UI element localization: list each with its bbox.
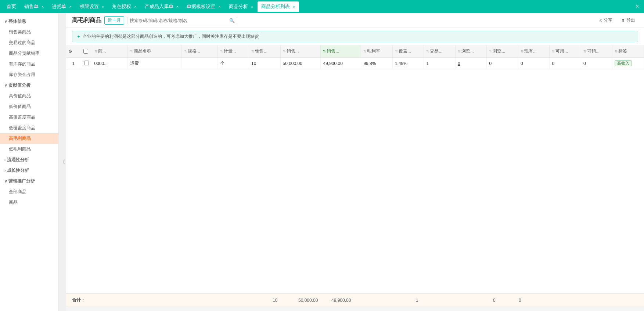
nav-analysis[interactable]: 商品分析 × bbox=[225, 1, 257, 12]
sidebar-item-low-margin[interactable]: 低毛利商品 bbox=[0, 144, 58, 155]
nav-role-close[interactable]: × bbox=[134, 4, 136, 9]
nav-production[interactable]: 产成品入库单 × bbox=[141, 1, 182, 12]
cell-browse1[interactable]: 0 bbox=[455, 58, 487, 69]
table-wrapper[interactable]: ⚙ ⇅ 商... ⇅ bbox=[66, 45, 644, 293]
table-row: 1 0000... 运费 个 10 50,000.00 49,900.00 99… bbox=[66, 58, 644, 69]
col-current[interactable]: ⇅ 现有... bbox=[518, 45, 550, 58]
col-code[interactable]: ⇅ 商... bbox=[92, 45, 128, 58]
cell-trade: 1 bbox=[424, 58, 456, 69]
horizontal-scrollbar[interactable] bbox=[66, 307, 644, 311]
sidebar-item-traded-goods[interactable]: 交易过的商品 bbox=[0, 37, 58, 48]
row-checkbox[interactable] bbox=[84, 61, 89, 65]
sidebar-item-contrib-rate[interactable]: 商品分贡献销率 bbox=[0, 48, 58, 59]
col-sales-amount[interactable]: ⇅ 销售... bbox=[280, 45, 321, 58]
sidebar-group-overall[interactable]: ∨ 整体信息 bbox=[0, 16, 58, 27]
marketing-group-label: 营销推广分析 bbox=[8, 178, 35, 184]
growth-group-label: 成长性分析 bbox=[7, 167, 29, 174]
cell-code: 0000... bbox=[92, 58, 128, 69]
row-num: 1 bbox=[66, 58, 81, 69]
cell-saleable: 0 bbox=[581, 58, 612, 69]
tag-badge: 高收入 bbox=[615, 60, 632, 66]
sidebar-item-all-goods[interactable]: 全部商品 bbox=[0, 187, 58, 197]
col-sales-cost[interactable]: ⇅ 销售... bbox=[321, 45, 361, 58]
share-button[interactable]: ⎋ 分享 bbox=[597, 16, 615, 25]
growth-arrow: › bbox=[4, 169, 6, 173]
col-tag[interactable]: ⇅ 标签 bbox=[612, 45, 644, 58]
collapse-icon: 《 bbox=[60, 159, 65, 166]
col-name[interactable]: ⇅ 商品名称 bbox=[128, 45, 182, 58]
nav-template-close[interactable]: × bbox=[218, 4, 220, 9]
nav-permission[interactable]: 权限设置 × bbox=[76, 1, 108, 12]
nav-analysis-close[interactable]: × bbox=[251, 4, 253, 9]
nav-sales-close[interactable]: × bbox=[42, 4, 44, 9]
sidebar-item-low-coverage[interactable]: 低覆盖度商品 bbox=[0, 123, 58, 133]
sidebar-group-marketing[interactable]: ∨ 营销推广分析 bbox=[0, 176, 58, 187]
cell-unit: 个 bbox=[217, 58, 249, 69]
overall-arrow: ∨ bbox=[4, 19, 7, 23]
total-label: 合计： bbox=[72, 297, 116, 303]
sidebar-item-high-value[interactable]: 高价值商品 bbox=[0, 91, 58, 101]
info-banner: ✦ 企业的主要的利润都是这部分商品创造的，可考虑加大推广，同时关注库存是不要出现… bbox=[72, 31, 638, 42]
footer-current: 0 bbox=[491, 298, 517, 303]
export-label: 导出 bbox=[626, 17, 635, 23]
nav-home[interactable]: 首页 bbox=[3, 1, 20, 12]
sidebar-item-high-coverage[interactable]: 高覆盖度商品 bbox=[0, 112, 58, 123]
filter-month-button[interactable]: 近一月 bbox=[104, 16, 124, 25]
cell-current: 0 bbox=[518, 58, 550, 69]
sidebar-item-new-goods[interactable]: 新品 bbox=[0, 197, 58, 208]
col-trade[interactable]: ⇅ 交易... bbox=[424, 45, 456, 58]
search-input[interactable] bbox=[130, 18, 228, 23]
cell-coverage: 1.49% bbox=[392, 58, 424, 69]
cell-sales-amount: 50,000.00 bbox=[280, 58, 321, 69]
sidebar-group-liquidity[interactable]: › 流通性分析 bbox=[0, 155, 58, 165]
cell-spec bbox=[181, 58, 217, 69]
sidebar-group-contribution[interactable]: ∨ 贡献值分析 bbox=[0, 80, 58, 91]
search-icon[interactable]: 🔍 bbox=[229, 18, 235, 23]
sidebar-item-sales-goods[interactable]: 销售类商品 bbox=[0, 27, 58, 37]
col-gross-rate[interactable]: ⇅ 毛利率 bbox=[361, 45, 393, 58]
col-coverage[interactable]: ⇅ 覆盖... bbox=[392, 45, 424, 58]
nav-production-close[interactable]: × bbox=[176, 4, 179, 9]
nav-purchase[interactable]: 进货单 × bbox=[48, 1, 75, 12]
select-all-checkbox[interactable] bbox=[83, 49, 88, 54]
data-table: ⚙ ⇅ 商... ⇅ bbox=[66, 45, 644, 69]
overall-group-label: 整体信息 bbox=[8, 18, 26, 25]
row-checkbox-cell bbox=[81, 58, 92, 69]
col-unit[interactable]: ⇅ 计量... bbox=[217, 45, 249, 58]
sidebar-collapse-button[interactable]: 《 bbox=[59, 13, 66, 311]
sidebar-item-high-margin[interactable]: 高毛利商品 bbox=[0, 133, 58, 144]
nav-role[interactable]: 角色授权 × bbox=[108, 1, 140, 12]
sidebar-item-in-stock[interactable]: 有库存的商品 bbox=[0, 59, 58, 69]
col-spec[interactable]: ⇅ 规格... bbox=[181, 45, 217, 58]
sidebar-item-stock-capital[interactable]: 库存资金占用 bbox=[0, 69, 58, 80]
col-saleable[interactable]: ⇅ 可销... bbox=[581, 45, 612, 58]
contribution-group-label: 贡献值分析 bbox=[8, 82, 30, 88]
sidebar-group-growth[interactable]: › 成长性分析 bbox=[0, 165, 58, 176]
footer-trade: 1 bbox=[414, 298, 439, 303]
cell-available: 0 bbox=[550, 58, 581, 69]
col-browse1[interactable]: ⇅ 浏览... bbox=[455, 45, 487, 58]
export-icon: ⬆ bbox=[621, 18, 625, 23]
col-code-sort: ⇅ bbox=[94, 49, 97, 53]
search-box: 🔍 bbox=[127, 17, 237, 24]
top-nav: 首页 销售单 × 进货单 × 权限设置 × 角色授权 × 产成品入库单 × 单据… bbox=[0, 0, 644, 13]
col-available[interactable]: ⇅ 可用... bbox=[550, 45, 581, 58]
cell-gross-rate: 99.8% bbox=[361, 58, 393, 69]
nav-permission-close[interactable]: × bbox=[102, 4, 104, 9]
footer-sales-qty: 10 bbox=[270, 298, 296, 303]
col-sales-qty[interactable]: ⇅ 销售... bbox=[249, 45, 281, 58]
col-browse2[interactable]: ⇅ 浏览... bbox=[487, 45, 518, 58]
nav-analysis-list[interactable]: 商品分析列表 × bbox=[258, 1, 299, 12]
settings-icon[interactable]: ⚙ bbox=[68, 49, 72, 54]
nav-purchase-close[interactable]: × bbox=[69, 4, 71, 9]
nav-sales[interactable]: 销售单 × bbox=[21, 1, 47, 12]
nav-template[interactable]: 单据模板设置 × bbox=[183, 1, 224, 12]
contribution-arrow: ∨ bbox=[4, 83, 7, 87]
share-label: 分享 bbox=[604, 17, 612, 23]
nav-analysis-list-close[interactable]: × bbox=[293, 4, 295, 9]
export-button[interactable]: ⬆ 导出 bbox=[618, 16, 638, 25]
share-icon: ⎋ bbox=[600, 18, 602, 23]
global-close-button[interactable]: × bbox=[633, 3, 641, 10]
footer-available: 0 bbox=[517, 298, 542, 303]
sidebar-item-low-value[interactable]: 低价值商品 bbox=[0, 101, 58, 112]
